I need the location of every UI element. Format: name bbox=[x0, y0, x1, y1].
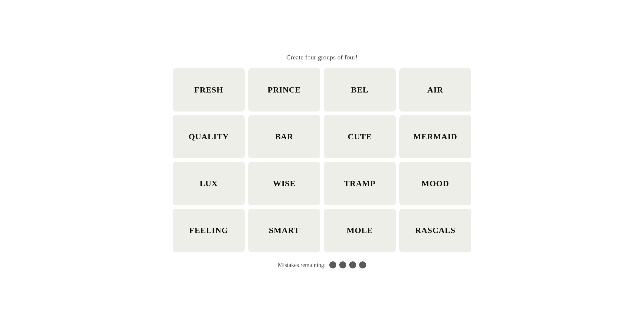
tile-label-smart: SMART bbox=[269, 226, 299, 235]
tile-label-bel: BEL bbox=[351, 85, 368, 95]
tile-wise[interactable]: WISE bbox=[248, 162, 320, 205]
tile-feeling[interactable]: FEELING bbox=[173, 209, 245, 252]
tile-label-mood: MOOD bbox=[422, 179, 449, 188]
tile-air[interactable]: AIR bbox=[399, 68, 471, 112]
tile-quality[interactable]: QUALITY bbox=[173, 115, 245, 158]
mistake-dot-2 bbox=[339, 261, 346, 268]
tile-label-air: AIR bbox=[427, 85, 443, 95]
tile-label-cute: CUTE bbox=[348, 132, 372, 141]
tile-tramp[interactable]: TRAMP bbox=[324, 162, 396, 205]
subtitle: Create four groups of four! bbox=[286, 54, 358, 61]
tile-mood[interactable]: MOOD bbox=[399, 162, 471, 205]
tile-bel[interactable]: BEL bbox=[324, 68, 396, 112]
mistakes-dots bbox=[329, 261, 366, 268]
tile-label-tramp: TRAMP bbox=[344, 179, 376, 188]
game-container: Create four groups of four! FRESHPRINCEB… bbox=[173, 54, 471, 268]
tile-cute[interactable]: CUTE bbox=[324, 115, 396, 158]
mistakes-row: Mistakes remaining: bbox=[278, 261, 366, 268]
mistake-dot-1 bbox=[329, 261, 336, 268]
tile-mole[interactable]: MOLE bbox=[324, 209, 396, 252]
tile-label-lux: LUX bbox=[200, 179, 218, 188]
tile-label-feeling: FEELING bbox=[189, 226, 228, 235]
tile-label-fresh: FRESH bbox=[194, 85, 223, 95]
tile-label-quality: QUALITY bbox=[189, 132, 229, 141]
tile-label-mermaid: MERMAID bbox=[413, 132, 457, 141]
mistake-dot-3 bbox=[349, 261, 356, 268]
tile-smart[interactable]: SMART bbox=[248, 209, 320, 252]
tile-prince[interactable]: PRINCE bbox=[248, 68, 320, 112]
mistakes-label: Mistakes remaining: bbox=[278, 262, 326, 268]
mistake-dot-4 bbox=[359, 261, 366, 268]
tile-grid: FRESHPRINCEBELAIRQUALITYBARCUTEMERMAIDLU… bbox=[173, 68, 471, 252]
tile-label-prince: PRINCE bbox=[268, 85, 301, 95]
tile-fresh[interactable]: FRESH bbox=[173, 68, 245, 112]
tile-lux[interactable]: LUX bbox=[173, 162, 245, 205]
tile-label-wise: WISE bbox=[273, 179, 295, 188]
tile-rascals[interactable]: RASCALS bbox=[399, 209, 471, 252]
tile-label-bar: BAR bbox=[275, 132, 293, 141]
tile-label-rascals: RASCALS bbox=[415, 226, 455, 235]
tile-mermaid[interactable]: MERMAID bbox=[399, 115, 471, 158]
tile-bar[interactable]: BAR bbox=[248, 115, 320, 158]
tile-label-mole: MOLE bbox=[347, 226, 373, 235]
